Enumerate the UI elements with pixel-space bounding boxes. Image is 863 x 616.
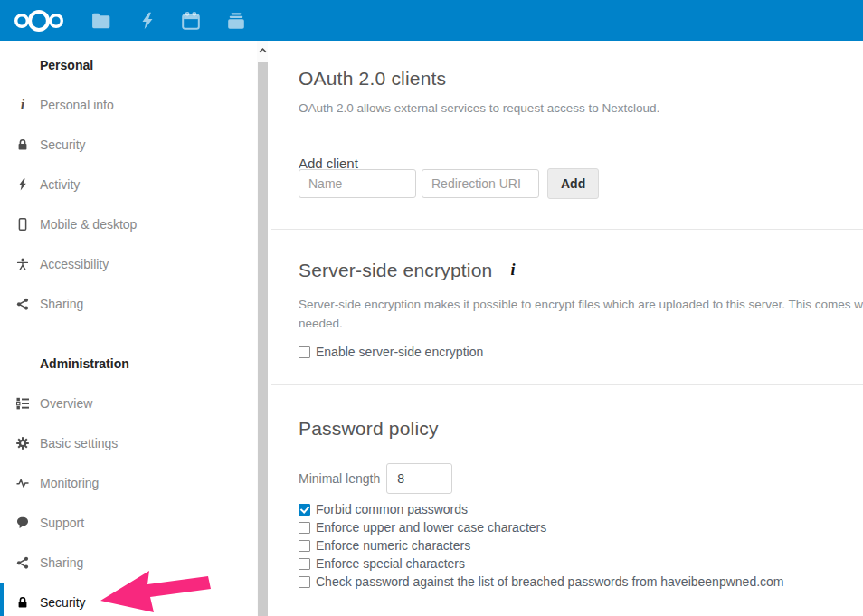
enforce-special-row[interactable]: Enforce special characters [299,554,863,573]
encryption-title: Server-side encryption [299,257,493,283]
oauth-title: OAuth 2.0 clients [299,65,863,91]
top-header-bar [0,0,863,41]
enable-encryption-row[interactable]: Enable server-side encryption [299,345,863,359]
forbid-common-passwords-checkbox[interactable] [299,504,310,516]
checkbox-label: Check password against the list of breac… [316,574,784,589]
share-icon [16,556,29,569]
monitoring-icon [16,477,29,489]
encryption-description-line1: Server-side encryption makes it possible… [299,295,863,314]
sidebar-item-security-personal[interactable]: Security [0,125,271,165]
lightning-icon[interactable] [138,11,157,31]
sidebar-item-sharing-personal[interactable]: Sharing [0,284,271,324]
sidebar-item-label: Accessibility [40,257,109,271]
client-name-input[interactable] [299,169,416,198]
lock-icon [16,596,29,609]
add-client-button[interactable]: Add [547,168,599,199]
sidebar-item-accessibility[interactable]: Accessibility [0,244,271,284]
check-haveibeenpwned-row[interactable]: Check password against the list of breac… [299,573,863,591]
sidebar-item-label: Sharing [40,555,83,570]
list-icon [16,397,29,410]
oauth-section: OAuth 2.0 clients OAuth 2.0 allows exter… [271,65,863,229]
phone-icon [16,218,29,231]
minimal-length-label: Minimal length [299,471,380,486]
info-icon: i [16,99,29,111]
chat-icon [16,516,29,529]
minimal-length-input[interactable] [386,463,452,494]
scrollbar-thumb[interactable] [258,62,268,616]
redirection-uri-input[interactable] [422,169,539,198]
checkbox-label: Enforce upper and lower case characters [316,520,546,535]
sidebar-item-label: Security [40,595,86,610]
settings-sidebar: Personal i Personal info Security Activi… [0,41,271,616]
encryption-section: Server-side encryption i Server-side enc… [271,229,863,384]
sidebar-item-personal-info[interactable]: i Personal info [0,85,271,125]
sidebar-item-overview[interactable]: Overview [0,384,271,423]
sidebar-item-label: Mobile & desktop [40,217,137,232]
sidebar-item-label: Basic settings [40,436,118,450]
sidebar-item-label: Monitoring [40,476,99,490]
enforce-upper-lower-row[interactable]: Enforce upper and lower case characters [299,518,863,536]
sidebar-item-monitoring[interactable]: Monitoring [0,463,271,503]
password-policy-section: Password policy Minimal length Forbid co… [271,384,863,591]
sidebar-item-label: Security [40,137,86,152]
gear-icon [16,437,29,450]
sidebar-item-sharing-admin[interactable]: Sharing [0,543,271,583]
enable-encryption-label: Enable server-side encryption [316,345,483,359]
enforce-upper-lower-checkbox[interactable] [299,522,310,534]
minimal-length-row: Minimal length [299,463,863,494]
calendar-icon[interactable] [181,11,201,31]
accessibility-icon [16,258,29,270]
sidebar-item-activity[interactable]: Activity [0,165,271,204]
deck-icon[interactable] [226,11,246,31]
sidebar-item-label: Personal info [40,98,114,112]
sidebar-caption-personal: Personal [0,45,271,85]
add-client-form: Add [299,184,863,229]
password-policy-title: Password policy [299,415,863,441]
folder-icon[interactable] [91,11,111,31]
sidebar-caption-administration: Administration [0,344,271,384]
lightning-icon [16,178,29,191]
scroll-up-arrow-icon[interactable] [257,43,268,58]
lock-icon [16,138,29,151]
checkbox-label: Enforce special characters [316,556,465,571]
enforce-special-checkbox[interactable] [299,558,310,570]
sidebar-item-label: Support [40,516,84,530]
settings-content: OAuth 2.0 clients OAuth 2.0 allows exter… [271,41,863,591]
enable-encryption-checkbox[interactable] [299,346,310,358]
enforce-numeric-row[interactable]: Enforce numeric characters [299,536,863,554]
forbid-common-passwords-row[interactable]: Forbid common passwords [299,500,863,518]
password-policy-checkboxes: Forbid common passwords Enforce upper an… [299,500,863,591]
checkbox-label: Enforce numeric characters [316,538,470,553]
encryption-description-line2: needed. [299,314,863,333]
sidebar-scrollbar[interactable] [257,41,268,616]
sidebar-item-label: Sharing [40,297,83,311]
sidebar-item-support[interactable]: Support [0,503,271,543]
sidebar-item-label: Overview [40,396,92,411]
sidebar-item-label: Activity [40,177,80,192]
sidebar-item-mobile-desktop[interactable]: Mobile & desktop [0,204,271,244]
nextcloud-logo[interactable] [9,8,69,33]
share-icon [16,298,29,310]
checkbox-label: Forbid common passwords [316,502,468,516]
oauth-description: OAuth 2.0 allows external services to re… [299,100,863,117]
sidebar-item-basic-settings[interactable]: Basic settings [0,423,271,463]
info-icon[interactable]: i [511,261,516,280]
sidebar-item-security-admin[interactable]: Security [0,583,271,616]
enforce-numeric-checkbox[interactable] [299,540,310,552]
check-haveibeenpwned-checkbox[interactable] [299,576,310,588]
